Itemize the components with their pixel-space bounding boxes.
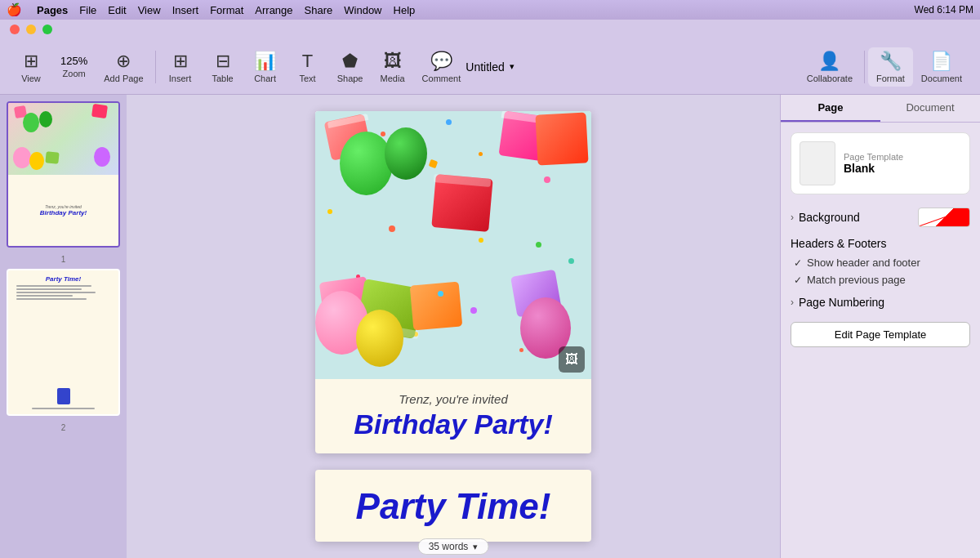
menu-format[interactable]: Format [210,4,243,16]
match-prev-check-icon: ✓ [794,275,802,286]
title-dropdown-icon: ▾ [510,61,514,72]
document-panel-label: Document [921,74,962,83]
word-count-bar[interactable]: 35 words ▾ [418,538,489,555]
page-thumb-1[interactable]: Trenz, you're invited Birthday Party! [7,101,120,248]
party-title: Party Time! [332,486,575,527]
background-title: Background [799,211,860,224]
image-media-button[interactable]: 🖼 [559,346,585,373]
page-numbering-section: › Page Numbering [791,296,970,309]
template-name: Blank [844,162,903,175]
document-panel-button[interactable]: 📄 Document [913,47,970,87]
zoom-label: Zoom [63,69,86,78]
right-panel: Page Document Page Template Blank › Back… [780,95,980,558]
format-panel-button[interactable]: 🔧 Format [868,47,913,87]
media-replace-icon: 🖼 [565,352,578,367]
invite-title: Birthday Party! [332,409,575,440]
menubar-time: Wed 6:14 PM [915,4,973,16]
background-section-header[interactable]: › Background [791,208,970,227]
pages-sidebar: Trenz, you're invited Birthday Party! 1 … [0,95,127,558]
add-page-button[interactable]: ⊕ Add Page [96,47,151,87]
media-button[interactable]: 🖼 Media [372,47,414,87]
page-thumb-2[interactable]: Party Time! [7,269,120,415]
close-button[interactable] [10,25,20,34]
thumb1-title: Birthday Party! [40,209,87,217]
word-count-dropdown-icon[interactable]: ▾ [473,542,478,552]
window-chrome [0,20,980,39]
page-template-card: Page Template Blank [791,132,970,194]
text-button[interactable]: T Text [287,47,329,87]
page1-image-area[interactable]: 🖼 [315,111,591,379]
document-title: Untitled [466,60,504,74]
menu-pages[interactable]: Pages [37,4,68,16]
document-title-area[interactable]: Untitled ▾ [466,60,514,74]
maximize-button[interactable] [42,25,52,34]
toolbar: ⊞ View 125% Zoom ⊕ Add Page ⊞ Insert ⊟ T… [0,39,980,95]
page-numbering-chevron-icon: › [791,297,794,308]
page1-number: 1 [7,255,120,264]
collaborate-icon: 👤 [818,51,840,72]
headers-footers-section: Headers & Footers ✓ Show header and foot… [791,237,970,286]
shape-label: Shape [337,74,363,83]
menu-view[interactable]: View [138,4,161,16]
format-panel-icon: 🔧 [880,51,902,72]
zoom-button[interactable]: 125% Zoom [52,51,96,82]
headers-footers-title: Headers & Footers [791,237,970,250]
table-icon: ⊟ [216,51,230,72]
insert-button[interactable]: ⊞ Insert [159,47,202,87]
text-label: Text [299,74,315,83]
menu-edit[interactable]: Edit [108,4,126,16]
page-2-card: Party Time! [315,470,591,542]
insert-label: Insert [169,74,192,83]
tab-format[interactable]: Page [781,95,880,122]
media-label: Media [381,74,405,83]
view-button[interactable]: ⊞ View [10,47,52,87]
edit-template-button[interactable]: Edit Page Template [791,322,970,347]
background-color-swatch[interactable] [918,208,970,227]
menu-file[interactable]: File [79,4,96,16]
page2-text-area: Party Time! [315,470,591,542]
panel-content: Page Template Blank › Background Headers… [781,123,980,558]
collaborate-button[interactable]: 👤 Collaborate [799,47,861,87]
menu-insert[interactable]: Insert [172,4,199,16]
tab-document[interactable]: Document [880,95,980,122]
show-header-label: Show header and footer [807,257,920,269]
invite-subtitle: Trenz, you're invited [332,392,575,406]
menu-help[interactable]: Help [394,4,416,16]
page2-number: 2 [7,423,120,432]
table-label: Table [212,74,233,83]
zoom-value: 125% [60,55,87,67]
menu-share[interactable]: Share [305,4,333,16]
match-prev-row[interactable]: ✓ Match previous page [791,274,970,286]
shape-button[interactable]: ⬟ Shape [329,47,372,87]
comment-button[interactable]: 💬 Comment [414,47,470,87]
thumb2-title: Party Time! [46,275,81,283]
page1-text-area: Trenz, you're invited Birthday Party! [315,379,591,453]
match-prev-label: Match previous page [807,274,906,286]
background-chevron-icon: › [791,212,794,223]
comment-icon: 💬 [430,51,452,72]
comment-label: Comment [422,74,461,83]
toolbar-sep1 [155,51,156,83]
table-button[interactable]: ⊟ Table [202,47,244,87]
page-numbering-header[interactable]: › Page Numbering [791,296,970,309]
template-label: Page Template [844,152,903,162]
insert-icon: ⊞ [173,51,188,72]
media-icon: 🖼 [384,51,402,72]
main-layout: Trenz, you're invited Birthday Party! 1 … [0,95,980,558]
add-page-label: Add Page [104,74,143,83]
template-info: Page Template Blank [844,152,903,175]
page1-thumb-image [8,103,118,175]
menu-arrange[interactable]: Arrange [255,4,292,16]
page1-thumb-text: Trenz, you're invited Birthday Party! [8,175,118,247]
word-count-text: 35 words [429,541,469,552]
chart-button[interactable]: 📊 Chart [244,47,287,87]
menu-window[interactable]: Window [344,4,381,16]
minimize-button[interactable] [26,25,36,34]
show-header-row[interactable]: ✓ Show header and footer [791,257,970,269]
page-numbering-title: Page Numbering [799,296,884,309]
apple-menu[interactable]: 🍎 [7,2,22,17]
background-swatch-container [918,208,970,227]
toolbar-right: 👤 Collaborate 🔧 Format 📄 Document [799,47,970,87]
panel-tabs: Page Document [781,95,980,123]
chart-label: Chart [254,74,276,83]
